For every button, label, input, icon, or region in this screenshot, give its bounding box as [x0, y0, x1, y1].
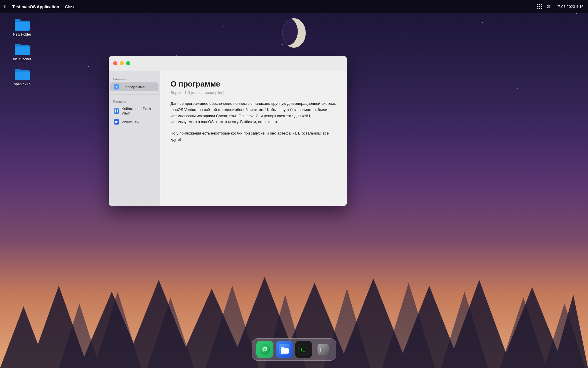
- svg-point-0: [282, 18, 306, 48]
- svg-marker-15: [79, 291, 144, 368]
- content-subtitle: Версия 1.0 (macos-recompiled): [171, 90, 337, 95]
- svg-marker-17: [176, 289, 247, 368]
- svg-marker-21: [397, 286, 462, 368]
- desktop-icon-label-new-folder: New Folder: [13, 32, 31, 37]
- desktop-icon-label-mclauncher: mclauncher: [13, 57, 31, 61]
- dock: $_ : [252, 338, 336, 361]
- window-body: Главная i О программе Разделы: [109, 71, 347, 206]
- svg-rect-29: [115, 121, 117, 123]
- menubar-app-name: Test macOS Application: [12, 4, 59, 9]
- svg-text:$_: $_: [300, 348, 305, 352]
- svg-marker-9: [382, 283, 435, 368]
- kolibra-icon: [114, 108, 119, 114]
- window-minimize-button[interactable]: [120, 61, 124, 65]
- desktop:  Test macOS Application Close ⌘ 17.07.2…: [0, 0, 588, 368]
- svg-marker-6: [206, 286, 259, 368]
- sidebar-item-about-label: О программе: [121, 85, 145, 89]
- sidebar-item-kolibra-label: Kolibra Icon Pack View: [121, 107, 155, 115]
- desktop-icon-openjdk17[interactable]: openjdk17: [9, 67, 35, 86]
- folder-icon-mclauncher-svg: [14, 42, 30, 56]
- content-title: О программе: [171, 79, 337, 89]
- dock-item-terminal[interactable]: $_: [295, 341, 312, 358]
- svg-point-2: [281, 17, 298, 46]
- sidebar: Главная i О программе Разделы: [109, 71, 160, 206]
- svg-rect-27: [115, 111, 116, 112]
- menubar:  Test macOS Application Close ⌘ 17.07.2…: [0, 0, 588, 13]
- svg-marker-4: [94, 291, 141, 368]
- sidebar-main-section-label: Главная: [109, 75, 160, 82]
- menubar-datetime: 17.07.2023 4:15: [556, 4, 584, 9]
- svg-rect-25: [115, 110, 116, 111]
- content-paragraph-1: Данное программное обеспечение полностью…: [171, 101, 337, 125]
- sidebar-item-about[interactable]: i О программе: [110, 82, 158, 91]
- svg-rect-36: [318, 344, 329, 355]
- svg-rect-28: [117, 111, 118, 112]
- command-icon[interactable]: ⌘: [547, 4, 552, 9]
- sidebar-item-kolibra[interactable]: Kolibra Icon Pack View: [110, 105, 158, 117]
- desktop-icon-label-openjdk17: openjdk17: [14, 82, 30, 86]
- info-icon: i: [114, 84, 119, 89]
- svg-marker-13: [0, 306, 47, 368]
- folder-icon-openjdk-svg: [14, 67, 30, 81]
- window-titlebar: [109, 56, 347, 71]
- svg-rect-26: [117, 110, 118, 111]
- svg-marker-20: [338, 278, 409, 368]
- window-maximize-button[interactable]: [126, 61, 130, 65]
- svg-marker-23: [500, 287, 564, 368]
- svg-marker-22: [447, 280, 512, 368]
- desktop-icons: New Folder mclauncher openjdk17: [9, 18, 35, 86]
- svg-marker-10: [441, 291, 488, 368]
- svg-marker-14: [29, 286, 88, 368]
- svg-marker-16: [123, 280, 194, 368]
- grid-icon[interactable]: [537, 4, 542, 9]
- video-icon: [114, 119, 119, 125]
- svg-marker-12: [544, 303, 585, 368]
- apple-menu-icon[interactable]: : [4, 4, 6, 10]
- svg-text:: : [320, 346, 323, 354]
- content-paragraph-2: Но у приложения есть некоторые косяки пр…: [171, 130, 337, 143]
- menubar-left:  Test macOS Application Close: [4, 4, 76, 10]
- menubar-right: ⌘ 17.07.2023 4:15: [537, 4, 584, 9]
- dock-item-apple[interactable]: : [315, 341, 332, 358]
- svg-marker-11: [500, 297, 547, 368]
- svg-marker-30: [117, 121, 118, 122]
- sidebar-sections-label: Разделы: [109, 97, 160, 105]
- svg-point-1: [282, 18, 306, 48]
- main-content: О программе Версия 1.0 (macos-recompiled…: [160, 71, 347, 206]
- dock-item-fenix[interactable]: [256, 341, 273, 358]
- sidebar-divider: [109, 94, 160, 95]
- svg-marker-24: [553, 294, 588, 368]
- svg-marker-3: [59, 303, 100, 368]
- menubar-close[interactable]: Close: [65, 4, 76, 9]
- app-window: Главная i О программе Разделы: [109, 56, 347, 206]
- dock-item-finder[interactable]: [276, 341, 293, 358]
- folder-icon-svg: [14, 18, 30, 31]
- sidebar-item-videoview[interactable]: VideoView: [110, 117, 158, 126]
- traffic-lights: [113, 61, 130, 65]
- moon-decoration: [281, 16, 307, 50]
- sidebar-item-videoview-label: VideoView: [121, 120, 139, 124]
- desktop-icon-mclauncher[interactable]: mclauncher: [9, 42, 35, 61]
- window-close-button[interactable]: [113, 61, 117, 65]
- svg-marker-5: [147, 297, 194, 368]
- desktop-icon-new-folder[interactable]: New Folder: [9, 18, 35, 37]
